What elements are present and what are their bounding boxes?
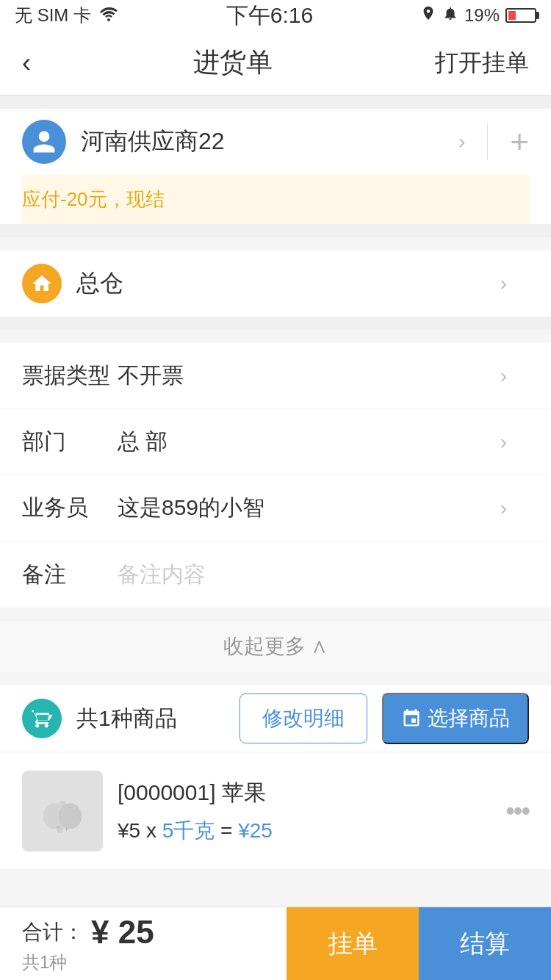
alarm-icon [442, 5, 458, 26]
warehouse-name: 总仓 [76, 267, 500, 300]
back-button[interactable]: ‹ [22, 48, 31, 79]
invoice-row[interactable]: 票据类型 不开票 › [0, 343, 551, 409]
unit-price: ¥5 [118, 819, 140, 842]
total-section: 合计： ¥ 25 共1种 [0, 914, 287, 974]
collapse-label: 收起更多 ∧ [223, 633, 328, 660]
product-details: [0000001] 苹果 ¥5 x 5千克 = ¥25 [118, 778, 491, 845]
product-more-button[interactable]: ••• [505, 796, 529, 826]
dept-value: 总 部 [118, 427, 500, 457]
warehouse-row[interactable]: 总仓 › [22, 251, 529, 317]
multiply-sign: x [146, 819, 162, 842]
dept-row[interactable]: 部门 总 部 › [0, 409, 551, 475]
status-right: 19% [420, 5, 536, 26]
warehouse-chevron-icon: › [500, 272, 507, 295]
status-left: 无 SIM 卡 [15, 4, 119, 27]
supplier-row[interactable]: 河南供应商22 › + [22, 109, 529, 175]
wifi-icon [98, 5, 119, 26]
product-title: 苹果 [222, 780, 266, 804]
supplier-name: 河南供应商22 [81, 126, 458, 158]
form-section: 票据类型 不开票 › 部门 总 部 › 业务员 这是859的小智 › 备注 备注… [0, 343, 551, 608]
remark-row[interactable]: 备注 备注内容 [0, 541, 551, 608]
location-icon [420, 5, 436, 26]
product-thumbnail: 智+ [22, 771, 103, 851]
quantity: 5千克 [162, 819, 215, 842]
dept-chevron-icon: › [500, 430, 507, 454]
total-sub: 共1种 [22, 951, 264, 974]
hold-label: 挂单 [328, 927, 378, 961]
page-title: 进货单 [193, 45, 273, 81]
product-name: [0000001] 苹果 [118, 778, 491, 808]
select-product-label: 选择商品 [428, 705, 510, 732]
select-product-button[interactable]: 选择商品 [382, 693, 529, 744]
sim-text: 无 SIM 卡 [15, 4, 91, 27]
supplier-section: 河南供应商22 › + 应付-20元，现结 [0, 109, 551, 224]
gap3 [0, 317, 551, 330]
checkout-label: 结算 [460, 927, 510, 961]
total-label: 合计： [22, 918, 84, 946]
product-price-row: ¥5 x 5千克 = ¥25 [118, 817, 491, 845]
total-amount: ¥ 25 [91, 914, 154, 951]
salesman-chevron-icon: › [500, 497, 507, 520]
product-header: 共1种商品 修改明细 选择商品 [0, 685, 551, 752]
supplier-chevron-icon: › [458, 130, 465, 154]
product-cart-icon [22, 699, 62, 738]
product-code: [0000001] [118, 780, 215, 804]
hold-button[interactable]: 挂单 [287, 907, 419, 981]
status-time: 下午6:16 [226, 1, 313, 31]
battery-percent: 19% [464, 5, 500, 26]
bottom-bar: 合计： ¥ 25 共1种 挂单 结算 [0, 907, 551, 980]
remark-input[interactable]: 备注内容 [118, 560, 529, 590]
salesman-row[interactable]: 业务员 这是859的小智 › [0, 475, 551, 541]
open-hold-button[interactable]: 打开挂单 [435, 47, 529, 79]
add-supplier-button[interactable]: + [487, 123, 529, 160]
status-bar: 无 SIM 卡 下午6:16 19% [0, 0, 551, 31]
battery-icon [505, 8, 536, 23]
remark-label: 备注 [22, 560, 118, 590]
item-total: ¥25 [238, 819, 273, 842]
warehouse-section[interactable]: 总仓 › [0, 251, 551, 317]
gap2 [0, 224, 551, 237]
salesman-value: 这是859的小智 [118, 493, 500, 523]
product-item: 智+ [0000001] 苹果 ¥5 x 5千克 = ¥25 ••• [0, 753, 551, 869]
supplier-notice: 应付-20元，现结 [22, 175, 529, 224]
invoice-chevron-icon: › [500, 364, 507, 388]
equals-sign: = [220, 819, 238, 842]
invoice-value: 不开票 [118, 361, 500, 391]
invoice-label: 票据类型 [22, 361, 118, 391]
product-count: 共1种商品 [76, 704, 225, 734]
svg-text:智+: 智+ [56, 824, 68, 833]
checkout-button[interactable]: 结算 [419, 907, 551, 981]
nav-bar: ‹ 进货单 打开挂单 [0, 31, 551, 96]
gap1 [0, 96, 551, 109]
collapse-button[interactable]: 收起更多 ∧ [0, 621, 551, 672]
dept-label: 部门 [22, 427, 118, 457]
salesman-label: 业务员 [22, 493, 118, 523]
supplier-avatar [22, 120, 66, 164]
warehouse-icon [22, 264, 62, 303]
modify-detail-button[interactable]: 修改明细 [240, 693, 367, 743]
total-row: 合计： ¥ 25 [22, 914, 264, 951]
